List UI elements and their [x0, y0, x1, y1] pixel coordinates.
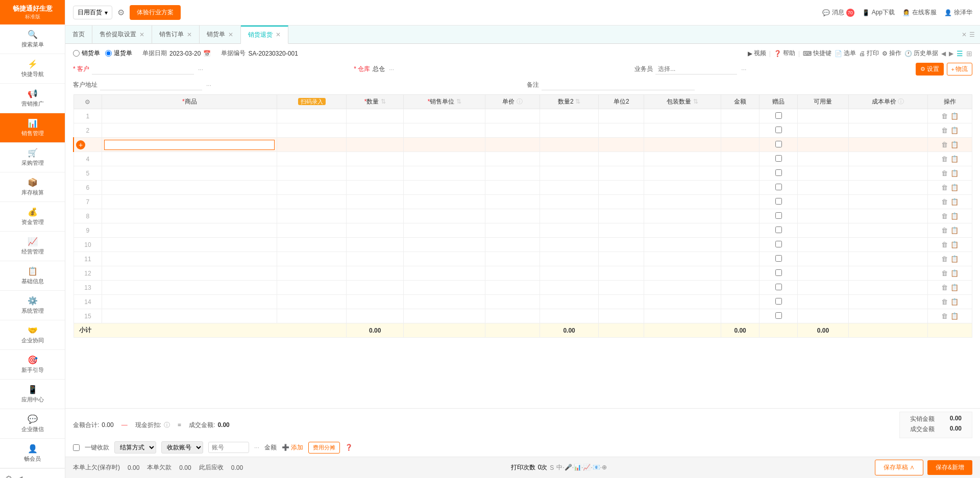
delete-icon[interactable]: 🗑 [941, 155, 948, 163]
product-cell[interactable] [102, 309, 277, 323]
amount-cell[interactable] [721, 109, 760, 123]
experience-btn[interactable]: 体验行业方案 [130, 5, 181, 20]
gift-checkbox[interactable] [775, 227, 782, 233]
settings-bottom-icon[interactable]: ⚙ [5, 474, 12, 478]
delete-icon[interactable]: 🗑 [941, 169, 948, 177]
nav-prev-icon[interactable]: ◀ [941, 50, 946, 57]
copy-icon[interactable]: 📋 [950, 312, 959, 320]
view-grid-icon[interactable]: ⊞ [966, 49, 972, 58]
delete-icon[interactable]: 🗑 [941, 227, 948, 234]
add-row-button[interactable]: + [76, 140, 85, 149]
product-cell[interactable] [102, 281, 277, 295]
product-cell[interactable] [102, 152, 277, 166]
gift-checkbox[interactable] [775, 169, 782, 176]
product-input-active[interactable] [104, 140, 275, 150]
gift-checkbox[interactable] [775, 198, 782, 205]
tab-sales-out[interactable]: 销货单 ✕ [200, 26, 241, 44]
account-no-input[interactable] [208, 442, 249, 453]
sort-icon-qty[interactable]: ⇅ [381, 98, 386, 105]
col-setting-icon[interactable]: ⚙ [85, 98, 90, 106]
delete-icon[interactable]: 🗑 [941, 127, 948, 134]
sidebar-item-apps[interactable]: 📱 应用中心 [0, 380, 65, 409]
product-cell[interactable] [102, 109, 277, 123]
unit2-cell[interactable] [599, 123, 644, 138]
price-cell-active[interactable] [485, 138, 540, 152]
calendar-icon[interactable]: 📅 [203, 50, 211, 57]
pkgqty-cell[interactable] [644, 109, 721, 123]
scan-btn[interactable]: 扫码录入 [298, 98, 326, 105]
online-service-item[interactable]: 👩‍💼 在线客服 [902, 8, 937, 17]
amount-cell-active[interactable] [721, 138, 760, 152]
address-input[interactable] [100, 80, 202, 90]
settlement-select[interactable]: 结算方式 [114, 441, 156, 454]
tab-sales-order[interactable]: 销售订单 ✕ [152, 26, 200, 44]
col-scan-header[interactable]: 扫码录入 [277, 95, 347, 109]
product-cell[interactable] [102, 123, 277, 138]
qty2-cell[interactable] [540, 109, 599, 123]
copy-icon[interactable]: 📋 [950, 284, 959, 291]
delete-icon[interactable]: 🗑 [941, 112, 948, 120]
col-setting-header[interactable]: ⚙ [74, 95, 102, 109]
copy-icon-active[interactable]: 📋 [950, 141, 959, 148]
copy-icon[interactable]: 📋 [950, 255, 959, 263]
product-cell[interactable] [102, 266, 277, 281]
industry-select[interactable]: 日用百货 ▾ [73, 6, 112, 19]
delete-icon[interactable]: 🗑 [941, 184, 948, 191]
delete-icon[interactable]: 🗑 [941, 255, 948, 263]
price-cell[interactable] [485, 123, 540, 138]
sales-out-radio-input[interactable] [73, 50, 80, 57]
fee-split-button[interactable]: 费用分摊 [308, 442, 340, 454]
product-cell[interactable] [102, 252, 277, 266]
tab-menu-icon[interactable]: ☰ [969, 31, 975, 38]
sidebar-item-purchase[interactable]: 🛒 采购管理 [0, 143, 65, 172]
amount-cell[interactable] [721, 123, 760, 138]
product-cell[interactable] [102, 223, 277, 238]
sidebar-item-sales[interactable]: 📊 销售管理 [0, 113, 65, 143]
toolbar-operation[interactable]: ⚙ 操作 [882, 49, 901, 58]
save-draft-button[interactable]: 保存草稿 ∧ [875, 460, 923, 475]
unit-cell-active[interactable] [404, 138, 485, 152]
warehouse-dots[interactable]: ··· [389, 66, 394, 73]
sidebar-item-enterprise[interactable]: 🤝 企业协同 [0, 320, 65, 350]
delete-icon[interactable]: 🗑 [941, 312, 948, 320]
copy-icon[interactable]: 📋 [950, 241, 959, 248]
copy-icon[interactable]: 📋 [950, 127, 959, 134]
nav-next-icon[interactable]: ▶ [949, 50, 953, 57]
account-select[interactable]: 收款账号 [161, 441, 203, 454]
gift-checkbox[interactable] [775, 184, 782, 190]
product-cell[interactable] [102, 238, 277, 252]
sidebar-item-wechat[interactable]: 💬 企业微信 [0, 409, 65, 439]
pkgqty-cell-active[interactable] [644, 138, 721, 152]
sidebar-item-search[interactable]: 🔍 搜索菜单 [0, 24, 65, 54]
toolbar-shortcut[interactable]: ⌨ 快捷键 [803, 49, 831, 58]
unit2-cell[interactable] [599, 109, 644, 123]
product-cell[interactable] [102, 295, 277, 309]
gift-checkbox-active[interactable] [775, 141, 782, 147]
return-radio-input[interactable] [105, 50, 112, 57]
qty2-cell-active[interactable] [540, 138, 599, 152]
available-cell[interactable] [798, 123, 848, 138]
copy-icon[interactable]: 📋 [950, 155, 959, 163]
copy-icon[interactable]: 📋 [950, 227, 959, 234]
dots-icon[interactable]: ··· [254, 444, 259, 451]
staff-dots[interactable]: ··· [741, 66, 746, 73]
copy-icon[interactable]: 📋 [950, 198, 959, 206]
setting-button[interactable]: ⚙ 设置 [916, 63, 944, 76]
message-item[interactable]: 💬 消息 70 [822, 8, 854, 17]
cost-cell[interactable] [848, 109, 927, 123]
copy-icon[interactable]: 📋 [950, 269, 959, 277]
tab-price-set[interactable]: 售价提取设置 ✕ [92, 26, 152, 44]
sort-icon-unit[interactable]: ⇅ [456, 98, 461, 105]
sidebar-item-inventory[interactable]: 📦 库存核算 [0, 172, 65, 202]
toolbar-select[interactable]: 📄 选单 [835, 49, 856, 58]
copy-icon[interactable]: 📋 [950, 184, 959, 191]
address-dots[interactable]: ··· [206, 82, 211, 89]
one-click-pay-checkbox[interactable] [73, 444, 80, 451]
cost-cell[interactable] [848, 123, 927, 138]
tab-home[interactable]: 首页 [65, 26, 92, 44]
save-new-button[interactable]: 保存&新增 [927, 460, 972, 475]
available-cell-active[interactable] [798, 138, 848, 152]
qty-cell[interactable] [347, 109, 404, 123]
add-pay-button[interactable]: ➕ 添加 [282, 443, 303, 452]
collapse-icon[interactable]: ◀ [16, 474, 22, 478]
